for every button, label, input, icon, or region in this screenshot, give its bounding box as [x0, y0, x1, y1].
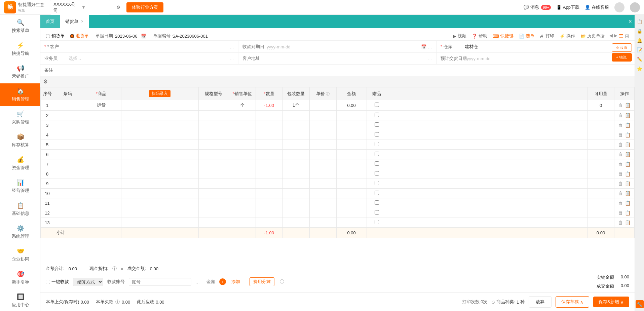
cell-product[interactable] [81, 198, 121, 208]
cell-unit[interactable] [229, 169, 256, 179]
cell-pkgqty[interactable] [282, 189, 309, 198]
cell-price[interactable] [309, 179, 336, 189]
cell-gift[interactable] [367, 169, 387, 179]
sidebar-item-sales[interactable]: 🏠 销售管理 [0, 83, 40, 106]
cell-spec[interactable] [198, 120, 229, 130]
avatar2[interactable] [630, 2, 640, 12]
cell-gift[interactable] [367, 120, 387, 130]
cell-product[interactable] [81, 169, 121, 179]
payment-due-calendar-icon[interactable]: 📅 [421, 44, 426, 49]
scan-button[interactable]: 扫码录入 [149, 90, 171, 97]
gift-checkbox[interactable] [375, 220, 379, 224]
cell-product[interactable] [81, 150, 121, 159]
cell-price[interactable] [309, 189, 336, 198]
cell-price[interactable] [309, 159, 336, 169]
cell-unit[interactable]: 个 [229, 100, 256, 111]
cell-gift[interactable] [367, 189, 387, 198]
cell-unit[interactable] [229, 198, 256, 208]
cell-pkgqty[interactable] [282, 208, 309, 218]
right-panel-btn-7[interactable]: 🔧 [636, 300, 644, 308]
cell-qty[interactable] [256, 218, 282, 228]
copy-row-icon[interactable]: 📋 [625, 210, 631, 216]
cell-price[interactable] [309, 198, 336, 208]
cell-price[interactable] [309, 120, 336, 130]
cell-pkgqty[interactable] [282, 218, 309, 228]
cell-barcode[interactable] [54, 100, 81, 111]
cell-qty[interactable] [256, 111, 282, 120]
delete-row-icon[interactable]: 🗑 [618, 220, 623, 225]
discount-info-icon[interactable]: ⓘ [112, 266, 117, 272]
sidebar-item-apps[interactable]: 🔲 应用中心 [0, 289, 40, 311]
cell-unit[interactable] [229, 140, 256, 150]
cell-price[interactable] [309, 218, 336, 228]
cell-qty[interactable] [256, 159, 282, 169]
cell-spec[interactable] [198, 208, 229, 218]
gift-checkbox[interactable] [375, 171, 379, 176]
cell-price[interactable] [309, 111, 336, 120]
cell-barcode[interactable] [54, 198, 81, 208]
tab-close-icon[interactable]: × [81, 19, 83, 24]
save-new-button[interactable]: 保存&新增 ∧ [593, 297, 629, 307]
copy-row-icon[interactable]: 📋 [625, 132, 631, 138]
tab-home[interactable]: 首页 [40, 15, 60, 28]
cell-product[interactable] [81, 218, 121, 228]
cell-price[interactable] [309, 100, 336, 111]
tab-sales-order[interactable]: 销货单 × [60, 15, 89, 28]
sidebar-item-system[interactable]: ⚙️ 系统管理 [0, 221, 40, 243]
sidebar-item-search[interactable]: 🔍 搜索菜单 [0, 15, 40, 38]
cell-amount[interactable] [336, 150, 367, 159]
cell-spec[interactable] [198, 150, 229, 159]
cell-qty[interactable] [256, 198, 282, 208]
gift-checkbox[interactable] [375, 142, 379, 146]
cell-spec[interactable] [198, 198, 229, 208]
settings-action-btn[interactable]: ⊙ 设置 [612, 43, 632, 52]
right-panel-btn-4[interactable]: 📝 [636, 46, 644, 54]
cell-barcode[interactable] [54, 140, 81, 150]
gift-checkbox[interactable] [375, 200, 379, 205]
sidebar-item-quick-nav[interactable]: ⚡ 快捷导航 [0, 38, 40, 61]
delete-row-icon[interactable]: 🗑 [618, 191, 623, 196]
settings-icon[interactable]: ⚙ [113, 2, 124, 13]
cell-gift[interactable] [367, 198, 387, 208]
date-calendar-icon[interactable]: 📅 [141, 34, 146, 39]
right-panel-btn-1[interactable]: 📋 [636, 17, 644, 26]
cell-barcode[interactable] [54, 120, 81, 130]
delete-row-icon[interactable]: 🗑 [618, 113, 623, 118]
cell-unit[interactable] [229, 208, 256, 218]
account-input[interactable] [129, 278, 191, 286]
cell-unit[interactable] [229, 218, 256, 228]
gift-checkbox[interactable] [375, 161, 379, 166]
cell-qty[interactable] [256, 179, 282, 189]
cell-qty[interactable] [256, 120, 282, 130]
right-panel-btn-3[interactable]: 🔔 [636, 36, 644, 44]
cell-price[interactable] [309, 140, 336, 150]
right-panel-btn-2[interactable]: 🔒 [636, 27, 644, 35]
cell-gift[interactable] [367, 130, 387, 140]
cell-spec[interactable] [198, 111, 229, 120]
cell-amount[interactable] [336, 159, 367, 169]
copy-row-icon[interactable]: 📋 [625, 113, 631, 118]
copy-row-icon[interactable]: 📋 [625, 171, 631, 177]
cell-amount[interactable] [336, 130, 367, 140]
cell-barcode[interactable] [54, 179, 81, 189]
cell-amount[interactable] [336, 218, 367, 228]
cell-amount[interactable]: 0.00 [336, 100, 367, 111]
col-header-scan[interactable]: 扫码录入 [121, 87, 199, 100]
sidebar-item-inventory[interactable]: 📦 库存核算 [0, 129, 40, 152]
gift-checkbox[interactable] [375, 103, 379, 107]
cell-product[interactable] [81, 208, 121, 218]
cell-barcode[interactable] [54, 130, 81, 140]
cell-qty[interactable] [256, 150, 282, 159]
customer-addr-dots[interactable]: … [428, 56, 432, 61]
delete-row-icon[interactable]: 🗑 [618, 171, 623, 177]
cell-qty[interactable] [256, 169, 282, 179]
print-btn[interactable]: 🖨 打印 [538, 32, 556, 40]
copy-row-icon[interactable]: 📋 [625, 181, 631, 186]
radio-sales-order[interactable]: 销货单 [46, 33, 65, 39]
add-payment-button[interactable]: + [219, 278, 226, 285]
sidebar-item-basics[interactable]: 📋 基础信息 [0, 198, 40, 221]
cell-pkgqty[interactable] [282, 140, 309, 150]
delete-row-icon[interactable]: 🗑 [618, 122, 623, 128]
abandon-button[interactable]: 放弃 [529, 296, 552, 308]
cell-product[interactable] [81, 140, 121, 150]
